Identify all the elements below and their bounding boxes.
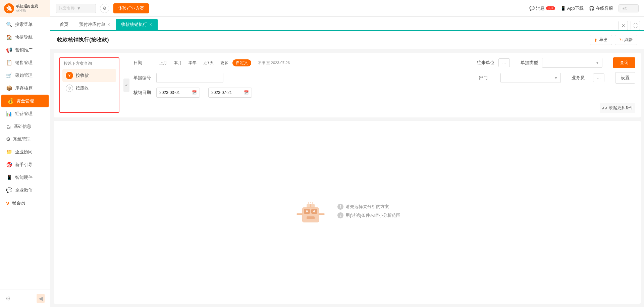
filter-option-by-receivable[interactable]: ⏱ 按应收 (62, 82, 116, 95)
sidebar-item-sales[interactable]: 📋 销售管理 (0, 56, 50, 69)
doc-no-input[interactable] (156, 73, 223, 83)
sidebar-item-wechat[interactable]: 💬 企业微信 (0, 184, 50, 197)
counterparty-select-btn[interactable]: ··· (498, 58, 510, 67)
page-title: 收款核销执行(按收款) (57, 37, 109, 44)
query-button[interactable]: 查询 (613, 57, 635, 68)
marketing-icon: 📢 (6, 47, 12, 53)
page-header: 收款核销执行(按收款) ⬆ 导出 ↻ 刷新 (50, 31, 644, 49)
settings-icon[interactable]: ⚙ (5, 295, 11, 302)
department-dropdown-icon: ▼ (554, 75, 558, 80)
close-window-btn[interactable]: ✕ (619, 21, 628, 30)
empty-robot-svg (294, 196, 327, 229)
sidebar-item-marketing[interactable]: 📢 营销推广 (0, 44, 50, 56)
export-icon: ⬆ (594, 38, 598, 43)
sidebar-item-hardware[interactable]: 📱 智能硬件 (0, 171, 50, 184)
date-shortcut-this-month[interactable]: 本月 (171, 59, 184, 66)
doc-type-dropdown-icon: ▼ (595, 60, 599, 65)
enterprise-icon: 📁 (6, 149, 12, 155)
sidebar-item-quick-nav[interactable]: 🏠 快捷导航 (0, 31, 50, 44)
svg-point-11 (310, 202, 311, 203)
tabbar-right: ✕ ⛶ (619, 21, 640, 30)
sidebar-item-enterprise[interactable]: 📁 企业协同 (0, 146, 50, 158)
account-selector[interactable]: 账套名称 ▼ (56, 4, 96, 13)
date-shortcut-custom[interactable]: 自定义 (232, 59, 251, 66)
app-download-btn[interactable]: 📱 App下载 (560, 5, 584, 11)
step-1-num: 1 (337, 204, 343, 210)
collapse-sidebar-btn[interactable]: ◀ (37, 294, 45, 303)
department-group: 部门 ▼ (479, 73, 561, 83)
close-collection-tab-btn[interactable]: ✕ (149, 22, 152, 27)
user-name: Rit (622, 6, 627, 11)
hardware-icon: 📱 (6, 174, 12, 181)
step-2-num: 2 (337, 212, 343, 218)
calendar-from-icon[interactable]: 📅 (192, 90, 197, 95)
user-profile[interactable]: Rit (619, 4, 639, 12)
date-shortcut-more[interactable]: 更多 (218, 59, 231, 66)
writeoff-date-group: 2023-03-01 📅 — 2023-07-21 📅 (156, 88, 252, 98)
message-btn[interactable]: 💬 消息 99+ (529, 5, 555, 11)
by-receivable-icon: ⏱ (66, 85, 73, 92)
app-icon: 📱 (560, 6, 566, 11)
calendar-to-icon[interactable]: 📅 (244, 90, 249, 95)
doc-type-group: 单据类型 ▼ (521, 58, 602, 68)
logo-area: 兔 畅捷通好生意 标准版 (0, 0, 50, 17)
export-button[interactable]: ⬆ 导出 (590, 35, 612, 45)
empty-step-2: 2 用[过滤]条件来缩小分析范围 (337, 212, 400, 218)
date-shortcuts: 上月 本月 本年 近7天 更多 自定义 (156, 59, 251, 66)
sidebar-item-purchase[interactable]: 🛒 采购管理 (0, 69, 50, 82)
writeoff-date-to[interactable]: 2023-07-21 📅 (208, 88, 252, 98)
close-prepay-tab-btn[interactable]: ✕ (107, 22, 110, 27)
filter-option-by-collection[interactable]: ¥ 按收款 (62, 69, 116, 82)
maximize-window-btn[interactable]: ⛶ (631, 21, 640, 30)
svg-rect-3 (307, 216, 315, 219)
date-shortcut-this-year[interactable]: 本年 (186, 59, 199, 66)
sidebar-item-member[interactable]: V 畅会员 (0, 197, 50, 209)
topbar-right: 💬 消息 99+ 📱 App下载 🎧 在线客服 Rit (529, 4, 639, 12)
sidebar-footer: ⚙ ◀ (0, 290, 50, 307)
logo-icon: 兔 (4, 3, 14, 13)
settings-button-form[interactable]: 设置 (615, 72, 635, 84)
filter-row-1: 日期 上月 本月 本年 近7天 更多 自定义 不限 至 2023-07-26 (133, 57, 635, 68)
sidebar-item-basic-info[interactable]: 🗂 基础信息 (0, 120, 50, 133)
counterparty-group: 往来单位 ··· (477, 58, 510, 67)
filter-scheme-sidebar: 按以下方案查询 ¥ 按收款 ⏱ 按应收 (59, 57, 119, 113)
account-name: 账套名称 (59, 5, 75, 11)
svg-point-5 (313, 210, 315, 212)
settings-button[interactable]: ⚙ (100, 4, 109, 13)
tab-bar: 首页 预付冲应付单 ✕ 收款核销执行 ✕ ✕ ⛶ (50, 17, 644, 31)
tab-home[interactable]: 首页 (54, 19, 74, 30)
salesperson-select-btn[interactable]: ··· (593, 73, 604, 82)
sidebar-item-guide[interactable]: 🎯 新手引导 (0, 158, 50, 171)
settings-btn-right: 设置 (615, 72, 635, 84)
refresh-button[interactable]: ↻ 刷新 (615, 35, 637, 45)
department-select[interactable]: ▼ (500, 73, 561, 83)
sidebar-item-finance[interactable]: 💰 资金管理 (1, 95, 49, 107)
customer-service-btn[interactable]: 🎧 在线客服 (589, 5, 613, 11)
doc-no-label: 单据编号 (133, 75, 152, 81)
chevron-up-icon: ∧∧ (602, 106, 608, 110)
industry-solution-button[interactable]: 体验行业方案 (113, 3, 149, 13)
topbar-left: 账套名称 ▼ ⚙ 体验行业方案 (56, 3, 149, 13)
query-btn-right: 查询 (613, 57, 635, 68)
tab-collection-offset[interactable]: 收款核销执行 ✕ (116, 19, 158, 30)
sidebar-item-inventory[interactable]: 📦 库存核算 (0, 82, 50, 95)
collapse-more-btn[interactable]: ∧∧ 收起更多条件 (600, 103, 635, 113)
doc-type-select[interactable]: ▼ (542, 58, 602, 68)
sidebar-item-system[interactable]: ⚙ 系统管理 (0, 133, 50, 146)
collapse-filter-sidebar-btn[interactable]: « (123, 79, 129, 92)
date-shortcut-last-month[interactable]: 上月 (156, 59, 170, 66)
message-icon: 💬 (529, 6, 535, 11)
refresh-icon: ↻ (619, 38, 623, 43)
writeoff-date-from[interactable]: 2023-03-01 📅 (156, 88, 200, 98)
sidebar-item-operations[interactable]: 📊 经营管理 (0, 107, 50, 120)
date-shortcut-7days[interactable]: 近7天 (201, 59, 216, 66)
sidebar-item-search[interactable]: 🔍 搜索菜单 (0, 18, 50, 31)
logo-sub: 标准版 (16, 8, 38, 13)
empty-state-text: 1 请先选择要分析的方案 2 用[过滤]条件来缩小分析范围 (337, 204, 400, 221)
filter-panel: 按以下方案查询 ¥ 按收款 ⏱ 按应收 « 日期 上月 (54, 53, 641, 117)
tab-prepay-offset[interactable]: 预付冲应付单 ✕ (74, 19, 116, 30)
svg-point-10 (308, 202, 309, 204)
sidebar-menu: 🔍 搜索菜单 🏠 快捷导航 📢 营销推广 📋 销售管理 🛒 采购管理 📦 库存核… (0, 17, 50, 290)
department-label: 部门 (479, 75, 498, 81)
sales-icon: 📋 (6, 60, 12, 66)
